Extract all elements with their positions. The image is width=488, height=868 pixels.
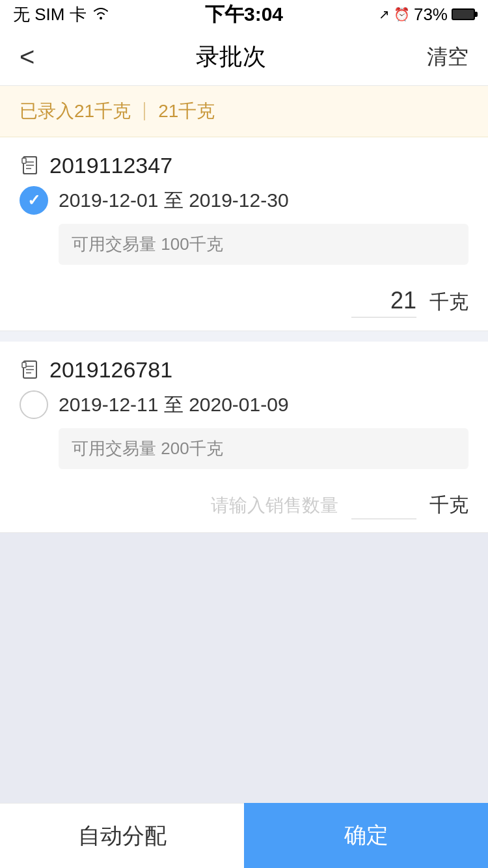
batch-1-radio[interactable] bbox=[20, 186, 48, 215]
confirm-button[interactable]: 确定 bbox=[244, 803, 488, 868]
doc-icon-2 bbox=[20, 359, 43, 382]
batch-2-input-row[interactable]: 请输入销售数量 千克 bbox=[0, 485, 488, 533]
back-button[interactable]: < bbox=[20, 42, 34, 72]
batch-2-id: 2019126781 bbox=[49, 357, 172, 383]
footer: 自动分配 确定 bbox=[0, 803, 488, 868]
battery-percent: 73% bbox=[414, 5, 448, 25]
summary-amount: 21千克 bbox=[158, 99, 215, 124]
svg-point-0 bbox=[100, 17, 102, 20]
nav-bar: < 录批次 清空 bbox=[0, 29, 488, 86]
batch-item-2[interactable]: 2019126781 2019-12-11 至 2020-01-09 可用交易量… bbox=[0, 342, 488, 533]
carrier-text: 无 SIM 卡 bbox=[13, 3, 87, 26]
location-icon: ↗ bbox=[379, 7, 390, 22]
batch-2-date-row[interactable]: 2019-12-11 至 2020-01-09 bbox=[20, 390, 468, 419]
batch-2-radio[interactable] bbox=[20, 390, 48, 419]
auto-distribute-button[interactable]: 自动分配 bbox=[0, 803, 244, 868]
batch-1-date: 2019-12-01 至 2019-12-30 bbox=[59, 187, 289, 214]
doc-icon-1 bbox=[20, 154, 43, 178]
empty-area bbox=[0, 533, 488, 806]
clear-button[interactable]: 清空 bbox=[427, 43, 468, 72]
status-bar: 无 SIM 卡 下午3:04 ↗ ⏰ 73% bbox=[0, 0, 488, 29]
batch-2-date: 2019-12-11 至 2020-01-09 bbox=[59, 392, 289, 418]
batch-1-available: 可用交易量 100千克 bbox=[59, 224, 468, 265]
summary-label: 已录入21千克 bbox=[20, 99, 131, 124]
batch-1-header: 2019112347 bbox=[20, 153, 468, 178]
status-left: 无 SIM 卡 bbox=[13, 3, 110, 26]
batch-2-unit: 千克 bbox=[429, 492, 468, 519]
wifi-icon bbox=[92, 5, 110, 25]
status-right: ↗ ⏰ 73% bbox=[379, 5, 475, 25]
summary-divider bbox=[144, 102, 145, 120]
batch-item-1[interactable]: 2019112347 2019-12-01 至 2019-12-30 可用交易量… bbox=[0, 137, 488, 331]
separator-1 bbox=[0, 331, 488, 342]
batch-1-quantity-input[interactable] bbox=[351, 287, 416, 318]
batch-2-quantity-input[interactable] bbox=[351, 491, 416, 519]
batch-1-input-row[interactable]: 千克 bbox=[0, 280, 488, 331]
alarm-icon: ⏰ bbox=[394, 7, 410, 22]
battery-icon bbox=[452, 8, 475, 20]
summary-bar: 已录入21千克 21千克 bbox=[0, 86, 488, 137]
batch-1-date-row[interactable]: 2019-12-01 至 2019-12-30 bbox=[20, 186, 468, 215]
batch-2-available: 可用交易量 200千克 bbox=[59, 428, 468, 469]
batch-2-input-placeholder: 请输入销售数量 bbox=[20, 493, 338, 518]
batch-1-id: 2019112347 bbox=[49, 153, 172, 178]
batch-1-unit: 千克 bbox=[429, 289, 468, 316]
batch-2-header: 2019126781 bbox=[20, 357, 468, 383]
page-title: 录批次 bbox=[196, 41, 266, 73]
status-time: 下午3:04 bbox=[205, 1, 283, 28]
svg-rect-6 bbox=[22, 158, 26, 163]
svg-rect-11 bbox=[22, 362, 26, 368]
